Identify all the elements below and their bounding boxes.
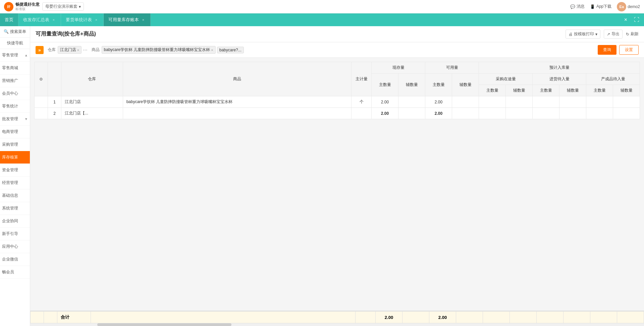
sidebar-item-marketing[interactable]: 营销推广: [0, 75, 30, 87]
th-purchase-aux: 辅数量: [506, 85, 533, 96]
product-tag-close-1[interactable]: ×: [211, 48, 213, 52]
footer-stock-aux: [402, 312, 429, 323]
table-container: ⚙ 仓库 商品 主计量 现存量 可用量 预计入库量 主数量 辅数量 主数量: [30, 58, 644, 311]
td-available-main-1: 2.00: [425, 96, 452, 108]
chevron-down-icon: ▾: [595, 32, 597, 37]
data-table: ⚙ 仓库 商品 主计量 现存量 可用量 预计入库量 主数量 辅数量 主数量: [34, 62, 640, 119]
page-actions: 🖨 按模板打印 ▾ ↗ 导出 ↻ 刷新: [566, 30, 639, 39]
warehouse-tag-text: 江北门店: [60, 47, 76, 53]
sidebar-item-retail-stats-label: 零售统计: [2, 103, 18, 109]
td-available-aux-1: [452, 96, 479, 108]
th-purchase-group: 采购在途量: [479, 74, 533, 85]
message-label: 消息: [577, 4, 585, 9]
export-btn[interactable]: ↗ 导出: [604, 30, 623, 39]
sidebar-item-enterprise[interactable]: 企业协同: [0, 215, 30, 228]
sidebar-item-business[interactable]: 经营管理: [0, 177, 30, 189]
sidebar-item-basic-info[interactable]: 基础信息: [0, 189, 30, 202]
td-settings: [35, 96, 48, 108]
user-profile[interactable]: Ea demo2: [617, 2, 640, 11]
setting-btn[interactable]: 设置: [619, 45, 639, 55]
th-production-main: 主数量: [586, 85, 613, 96]
td-purchase-aux-2: [506, 108, 533, 119]
chevron-down-icon: ▾: [79, 4, 81, 9]
sidebar-item-wholesale[interactable]: 批发管理 ▼: [0, 113, 30, 126]
tab-available-stock-label: 可用量库存账本: [108, 17, 139, 23]
th-available-group: 可用量: [425, 62, 479, 74]
sidebar-item-retail-stats[interactable]: 零售统计: [0, 100, 30, 113]
horizontal-scrollbar[interactable]: [30, 323, 644, 326]
export-icon: ↗: [607, 32, 610, 37]
td-purchase-main-2: [479, 108, 506, 119]
sidebar-item-enterprise-label: 企业协同: [2, 218, 18, 224]
tab-available-stock[interactable]: 可用量库存账本 ×: [104, 13, 151, 26]
sidebar-item-newbie[interactable]: 新手引导: [0, 228, 30, 240]
warehouse-tag-close[interactable]: ×: [77, 48, 79, 52]
product-tag-2[interactable]: babycare?...: [217, 47, 244, 53]
td-product-2: [123, 108, 351, 119]
nav-tabs: 首页 收发存汇总表 × 要货单统计表 × 可用量库存账本 × × ⛶: [0, 13, 644, 26]
sidebar-quick-nav[interactable]: 快捷导航: [0, 38, 30, 49]
logo-text-area: 畅捷通好生意 标准版: [15, 2, 40, 11]
sidebar-item-ecommerce-label: 电商管理: [2, 129, 18, 135]
footer-incoming-main: [537, 312, 564, 323]
tab-close-icon[interactable]: ×: [141, 17, 146, 22]
sidebar-item-retail-mgmt[interactable]: 零售管理 ▲: [0, 49, 30, 62]
sidebar-item-marketing-label: 营销推广: [2, 78, 18, 84]
expand-btn[interactable]: ⛶: [632, 16, 641, 24]
print-btn[interactable]: 🖨 按模板打印 ▾: [566, 30, 600, 39]
home-label: 首页: [5, 17, 13, 23]
th-incoming-main: 主数量: [533, 85, 559, 96]
message-btn[interactable]: 💬 消息: [570, 4, 585, 9]
td-settings-2: [35, 108, 48, 119]
td-warehouse-2: 江北门店【...: [61, 108, 123, 119]
tab-receive-summary[interactable]: 收发存汇总表 ×: [18, 13, 61, 26]
td-product-1: babycare学饮杯 儿童防摔防撞吸管杯重力球吸嘴杯宝宝水杯: [123, 96, 351, 108]
sidebar-search[interactable]: 🔍 搜索菜单: [0, 26, 30, 38]
industry-selector[interactable]: 母婴行业演示账套 ▾: [42, 2, 84, 11]
message-icon: 💬: [570, 4, 575, 9]
export-label: 导出: [611, 31, 620, 37]
print-label: 按模板打印: [574, 31, 594, 37]
sidebar-item-enterprise-wx-label: 企业微信: [2, 257, 18, 262]
sidebar-item-ecommerce[interactable]: 电商管理: [0, 126, 30, 138]
sidebar-item-purchase[interactable]: 采购管理: [0, 138, 30, 151]
sidebar-item-finance[interactable]: 资金管理: [0, 164, 30, 177]
close-all-tabs-btn[interactable]: ×: [622, 16, 629, 24]
tab-close-icon[interactable]: ×: [51, 17, 56, 22]
sidebar-item-wholesale-label: 批发管理: [2, 116, 18, 122]
product-filter-tags: babycare学饮杯 儿童防摔防撞吸管杯重力球吸嘴杯宝宝水杯 × babyca…: [102, 46, 244, 54]
sidebar-item-member[interactable]: 会员中心: [0, 87, 30, 100]
refresh-btn[interactable]: ↻ 刷新: [626, 31, 639, 37]
main-layout: 🔍 搜索菜单 快捷导航 零售管理 ▲ 零售商城 营销推广 会员中心 零售统计 批…: [0, 26, 644, 326]
tab-close-icon[interactable]: ×: [94, 17, 99, 22]
sidebar-item-app-center[interactable]: 应用中心: [0, 240, 30, 253]
query-btn[interactable]: 查询: [598, 45, 616, 55]
sidebar-item-newbie-label: 新手引导: [2, 231, 18, 237]
sidebar-item-member2[interactable]: 畅会员: [0, 266, 30, 279]
th-settings: ⚙: [35, 62, 48, 96]
tab-receive-summary-label: 收发存汇总表: [23, 17, 49, 23]
sidebar-item-system[interactable]: 系统管理: [0, 202, 30, 215]
sidebar: 🔍 搜索菜单 快捷导航 零售管理 ▲ 零售商城 营销推广 会员中心 零售统计 批…: [0, 26, 30, 326]
gear-icon[interactable]: ⚙: [39, 77, 43, 82]
tab-home[interactable]: 首页: [0, 13, 18, 26]
sidebar-item-finance-label: 资金管理: [2, 167, 18, 173]
warehouse-filter-more[interactable]: ···: [83, 47, 87, 53]
td-purchase-aux-1: [506, 96, 533, 108]
td-stock-aux-1: [398, 96, 425, 108]
sidebar-item-inventory[interactable]: 库存核算: [0, 151, 30, 164]
sidebar-item-enterprise-wx[interactable]: 企业微信: [0, 253, 30, 266]
phone-icon: 📱: [590, 4, 595, 9]
filter-toggle-btn[interactable]: »: [36, 46, 44, 54]
footer-available-aux: [456, 312, 483, 323]
warehouse-tag-1[interactable]: 江北门店 ×: [58, 46, 82, 54]
tab-order-stats[interactable]: 要货单统计表 ×: [61, 13, 104, 26]
quick-nav-label: 快捷导航: [7, 41, 23, 45]
product-tag-1[interactable]: babycare学饮杯 儿童防摔防撞吸管杯重力球吸嘴杯宝宝水杯 ×: [102, 46, 216, 54]
th-num: [48, 62, 61, 96]
th-stock-group: 现存量: [372, 62, 425, 74]
app-download-btn[interactable]: 📱 App下载: [590, 4, 611, 9]
sidebar-item-retail-mall[interactable]: 零售商城: [0, 62, 30, 75]
scroll-thumb[interactable]: [97, 323, 231, 326]
search-icon: 🔍: [4, 29, 9, 34]
